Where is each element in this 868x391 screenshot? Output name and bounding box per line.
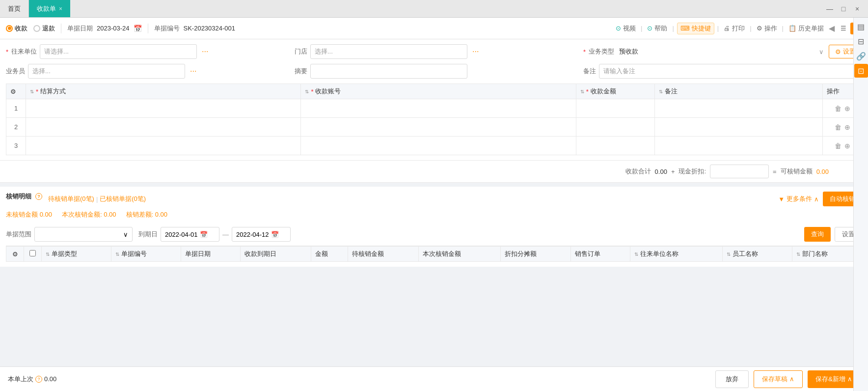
refund-radio-label: 退款: [42, 24, 55, 33]
circle-icon: ⊙: [616, 25, 621, 32]
table-settings-th[interactable]: ⚙: [6, 84, 26, 99]
account-cell-2[interactable]: [301, 118, 576, 137]
receipt-radio[interactable]: 收款: [6, 24, 27, 33]
minimize-button[interactable]: —: [825, 4, 835, 14]
discount-input[interactable]: [710, 165, 769, 178]
diff-label: 核销差额:: [126, 211, 154, 218]
amount-cell-3[interactable]: [576, 137, 654, 155]
staff-label: 业务员: [6, 67, 25, 76]
settlement-cell-2[interactable]: [26, 118, 301, 137]
delete-row-icon-2[interactable]: 🗑: [835, 123, 841, 131]
tab-home-label: 首页: [8, 4, 21, 13]
amount-cell-1[interactable]: [576, 99, 654, 118]
account-cell-1[interactable]: [301, 99, 576, 118]
shortcut-button[interactable]: ⌨ 快捷键: [677, 23, 714, 34]
calendar-icon[interactable]: 📅: [134, 25, 142, 32]
sidebar-icon-4[interactable]: ⊡: [854, 64, 868, 78]
footer-info-icon[interactable]: ?: [35, 376, 42, 383]
remark-input[interactable]: 请输入备注: [599, 64, 862, 79]
remark-cell-1[interactable]: [654, 99, 822, 118]
pending-tab[interactable]: 待核销单据(0笔): [48, 195, 94, 203]
toolbar: 收款 退款 单据日期 2023-03-24 📅 单据编号 SK-20230324…: [0, 18, 868, 39]
action-label: 操作: [827, 87, 840, 95]
staff-group: 业务员 选择... ···: [6, 64, 285, 79]
settlement-cell-1[interactable]: [26, 99, 301, 118]
video-button[interactable]: ⊙ 视频: [614, 23, 638, 34]
table-row: 2 🗑 ⊕: [6, 118, 862, 137]
maximize-button[interactable]: □: [839, 4, 848, 14]
discard-button[interactable]: 放弃: [715, 370, 749, 388]
remark-sort-icon[interactable]: ⇅: [659, 89, 663, 94]
amount-cell-2[interactable]: [576, 118, 654, 137]
biz-dropdown-icon[interactable]: ∨: [817, 48, 826, 56]
settlement-cell-3[interactable]: [26, 137, 301, 155]
summary-row: 收款合计 0.00 + 现金折扣: = 可核销金额 0.00: [0, 161, 868, 183]
sidebar-icon-3[interactable]: 🔗: [854, 49, 868, 63]
close-window-button[interactable]: ×: [852, 4, 862, 14]
settlement-th: ⇅ * 结算方式: [26, 84, 301, 99]
tab-home[interactable]: 首页: [0, 0, 29, 17]
biz-value: 预收款: [619, 47, 638, 56]
keyboard-icon: ⌨: [680, 25, 690, 32]
business-type-group: * 业务类型 预收款 ∨ ⚙ 设置: [573, 45, 862, 58]
help-button[interactable]: ⊙ 帮助: [645, 23, 669, 34]
store-more-icon[interactable]: ···: [470, 47, 481, 56]
completed-tab[interactable]: 已核销单据(0笔): [100, 195, 146, 203]
current-label: 本次核销金额:: [62, 211, 102, 218]
form-row-2: 业务员 选择... ··· 摘要 备注 请输入备注: [6, 64, 862, 79]
staff-more-icon[interactable]: ···: [188, 67, 198, 76]
sidebar-icon-2[interactable]: ⊟: [854, 34, 868, 48]
summary-label: 摘要: [295, 67, 307, 76]
customer-more-icon[interactable]: ···: [200, 47, 210, 56]
account-cell-3[interactable]: [301, 137, 576, 155]
video-label: 视频: [623, 24, 636, 33]
row-num-2: 2: [6, 118, 26, 137]
verify-info-icon[interactable]: ?: [35, 193, 42, 200]
range-select[interactable]: ∨: [34, 227, 133, 242]
bt-checkbox-th[interactable]: [24, 247, 42, 262]
diff-value: 0.00: [155, 211, 167, 218]
date-to-input[interactable]: 2022-04-12 📅: [232, 227, 291, 242]
footer-info: 本单上次 ? 0.00: [8, 375, 56, 384]
save-draft-label: 保存草稿: [762, 375, 787, 384]
staff-input[interactable]: 选择...: [28, 64, 185, 79]
customer-input[interactable]: 请选择...: [40, 44, 197, 59]
tab-close-icon[interactable]: ×: [59, 5, 62, 12]
account-sort-icon[interactable]: ⇅: [305, 89, 309, 94]
settlement-sort-icon[interactable]: ⇅: [30, 89, 34, 94]
query-button[interactable]: 查询: [804, 227, 831, 242]
biz-required: *: [583, 48, 586, 56]
print-label: 打印: [732, 24, 745, 33]
bt-sales-order-th: 销售订单: [571, 247, 630, 262]
save-draft-button[interactable]: 保存草稿 ∧: [754, 370, 803, 388]
nav-left-arrow[interactable]: ◀: [829, 24, 835, 33]
amount-sort-icon[interactable]: ⇅: [580, 89, 584, 94]
delete-row-icon-3[interactable]: 🗑: [835, 142, 841, 150]
save-new-arrow: ∧: [847, 375, 852, 383]
delete-row-icon-1[interactable]: 🗑: [835, 105, 841, 112]
summary-input[interactable]: [310, 64, 467, 79]
sidebar-icon-1[interactable]: ▤: [854, 20, 868, 33]
window-controls: — □ ×: [825, 4, 868, 14]
copy-row-icon-3[interactable]: ⊕: [844, 142, 850, 150]
bt-settings-th[interactable]: ⚙: [6, 247, 24, 262]
verify-value: 0.00: [816, 168, 829, 175]
bt-current-th: 本次核销金额: [418, 247, 500, 262]
remark-cell-2[interactable]: [654, 118, 822, 137]
refund-radio[interactable]: 退款: [33, 24, 55, 33]
list-view-icon[interactable]: ☰: [838, 23, 849, 34]
operation-button[interactable]: ⚙ 操作: [755, 23, 779, 34]
store-input[interactable]: 选择...: [310, 44, 467, 59]
save-new-button[interactable]: 保存&新增 ∧: [808, 370, 860, 388]
date-from-input[interactable]: 2022-04-01 📅: [161, 227, 219, 242]
history-button[interactable]: 📋 历史单据: [787, 23, 826, 34]
copy-row-icon-2[interactable]: ⊕: [844, 123, 850, 131]
tab-receipt[interactable]: 收款单 ×: [29, 0, 70, 17]
remark-cell-3[interactable]: [654, 137, 822, 155]
select-all-checkbox[interactable]: [29, 250, 36, 256]
calendar-icon-from: 📅: [200, 231, 208, 238]
copy-row-icon-1[interactable]: ⊕: [844, 105, 850, 112]
right-sidebar: ▤ ⊟ 🔗 ⊡: [853, 18, 868, 391]
print-button[interactable]: 🖨 打印: [722, 23, 747, 34]
more-conditions-btn[interactable]: ▼ 更多条件 ∧: [778, 195, 819, 203]
